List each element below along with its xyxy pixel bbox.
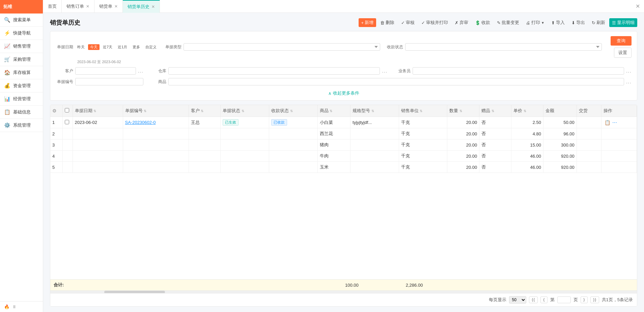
row-doc-num[interactable]: [123, 128, 189, 139]
export-button[interactable]: ⬇ 导出: [569, 18, 588, 27]
last-page-button[interactable]: ⟩⟩: [590, 296, 599, 303]
collect-button[interactable]: 💲 收款: [472, 18, 493, 27]
payment-status-select[interactable]: [405, 43, 602, 51]
row-operations[interactable]: [601, 162, 637, 173]
date-option-more[interactable]: 更多: [131, 44, 142, 50]
th-doc-status[interactable]: 单据状态 ⇅: [221, 105, 269, 117]
th-doc-num[interactable]: 单据编号 ⇅: [123, 105, 189, 117]
customer-dots[interactable]: ...: [138, 68, 143, 74]
query-button[interactable]: 查询: [611, 36, 632, 46]
sidebar-item-inventory-calc[interactable]: 🏠 库存核算: [0, 66, 43, 79]
row-goods: 玉米: [317, 162, 350, 173]
th-amount: 金额: [543, 105, 577, 117]
tab-close-history[interactable]: ✕: [151, 4, 155, 9]
delete-button[interactable]: 🗑 删除: [377, 18, 397, 27]
th-gift[interactable]: 赠品 ⇅: [479, 105, 511, 117]
row-operations[interactable]: [601, 139, 637, 151]
goods-input[interactable]: [168, 78, 624, 85]
customer-input[interactable]: [75, 67, 136, 75]
th-unit-price[interactable]: 单价 ⇅: [511, 105, 543, 117]
row-operations[interactable]: [601, 151, 637, 162]
setting-button[interactable]: 设置: [614, 48, 632, 58]
sidebar-item-search-menu[interactable]: 🔍 搜索菜单: [0, 14, 43, 27]
row-doc-num[interactable]: [123, 151, 189, 162]
gear-icon[interactable]: ⚙: [52, 108, 57, 113]
close-all-tabs[interactable]: ✕: [632, 3, 644, 9]
show-detail-button[interactable]: ☰ 显示明细: [609, 18, 637, 27]
salesperson-input[interactable]: [413, 67, 624, 75]
op-more-button[interactable]: ⋯: [611, 120, 618, 126]
row-checkbox-cell[interactable]: [62, 162, 73, 173]
sidebar-item-sales-mgmt[interactable]: 📈 销售管理: [0, 40, 43, 53]
horizontal-scrollbar-track[interactable]: [50, 290, 637, 293]
warehouse-input[interactable]: [168, 67, 380, 75]
sidebar-item-operations-mgmt[interactable]: 📊 经营管理: [0, 93, 43, 106]
th-sales-unit[interactable]: 销售单位 ⇅: [399, 105, 447, 117]
first-page-button[interactable]: ⟨⟨: [529, 296, 538, 303]
sidebar-item-purchase-mgmt[interactable]: 🛒 采购管理: [0, 53, 43, 66]
sidebar-item-quick-nav[interactable]: ⚡ 快捷导航: [0, 27, 43, 40]
row-num: 4: [50, 151, 62, 162]
date-option-1month[interactable]: 近1月: [116, 44, 129, 50]
row-checkbox-cell[interactable]: [62, 139, 73, 151]
row-operations[interactable]: [601, 128, 637, 139]
print-button[interactable]: 🖨 打印 ▼: [523, 18, 547, 27]
new-button[interactable]: + 新增: [359, 18, 376, 27]
tab-sales-delivery-history[interactable]: 销货单历史 ✕: [123, 0, 160, 13]
tab-close-sales-order[interactable]: ✕: [86, 4, 89, 9]
sidebar-bottom-icon2[interactable]: ⏸: [12, 304, 17, 309]
import-button[interactable]: ⬆ 导入: [549, 18, 567, 27]
th-goods[interactable]: 商品 ⇅: [317, 105, 350, 117]
th-customer[interactable]: 客户 ⇅: [189, 105, 221, 117]
tab-close-sales-delivery[interactable]: ✕: [114, 4, 118, 9]
warehouse-dots[interactable]: ...: [382, 68, 387, 74]
next-page-button[interactable]: ⟩: [581, 296, 588, 303]
review-button[interactable]: ✓ 审核: [398, 18, 417, 27]
row-checkbox[interactable]: [65, 120, 69, 124]
collapse-button[interactable]: ∧ 收起更多条件: [56, 89, 632, 98]
page-size-select[interactable]: 50 100: [509, 296, 526, 304]
date-option-7days[interactable]: 近7天: [101, 44, 114, 50]
prev-page-button[interactable]: ⟨: [540, 296, 548, 303]
review-print-button[interactable]: ✓ 审核并打印: [419, 18, 451, 27]
tab-home[interactable]: 首页: [43, 0, 62, 13]
row-doc-num[interactable]: [123, 139, 189, 151]
salesperson-dots[interactable]: ...: [626, 68, 632, 74]
row-doc-date: [73, 151, 123, 162]
sidebar-bottom-icon1[interactable]: 🔥: [4, 304, 9, 309]
row-doc-num[interactable]: SA-20230602-0: [123, 117, 189, 128]
doc-type-select[interactable]: [184, 43, 380, 51]
per-page-label: 每页显示: [489, 297, 506, 303]
doc-num-link[interactable]: SA-20230602-0: [125, 120, 156, 125]
th-quantity[interactable]: 数量 ⇅: [447, 105, 479, 117]
sidebar-item-finance-mgmt[interactable]: 💰 资金管理: [0, 79, 43, 93]
date-option-custom[interactable]: 自定义: [143, 44, 159, 50]
th-gear[interactable]: ⚙: [50, 105, 62, 117]
refresh-button[interactable]: ↻ 刷新: [589, 18, 608, 27]
row-checkbox-cell[interactable]: [62, 128, 73, 139]
row-doc-num[interactable]: [123, 162, 189, 173]
op-copy-button[interactable]: 📋: [604, 120, 611, 126]
page-number-input[interactable]: 1: [557, 296, 571, 303]
basic-info-icon: 📋: [4, 109, 10, 115]
batch-change-button[interactable]: ✎ 批量变更: [494, 18, 522, 27]
abandon-button[interactable]: ✗ 弃审: [452, 18, 471, 27]
tab-sales-order[interactable]: 销售订单 ✕: [62, 0, 94, 13]
sidebar-item-basic-info[interactable]: 📋 基础信息: [0, 106, 43, 119]
row-checkbox-cell[interactable]: [62, 151, 73, 162]
row-checkbox-cell[interactable]: [62, 117, 73, 128]
doc-num-input[interactable]: [75, 78, 143, 85]
th-unit-price-label: 单价: [513, 108, 522, 113]
row-unit-price: 46.00: [511, 151, 543, 162]
th-payment-status[interactable]: 收款状态 ⇅: [269, 105, 318, 117]
th-doc-date[interactable]: 单据日期 ⇅: [73, 105, 123, 117]
row-operations[interactable]: 📋⋯: [601, 117, 637, 128]
date-option-yesterday[interactable]: 昨天: [75, 44, 87, 50]
sidebar-item-system-mgmt[interactable]: ⚙️ 系统管理: [0, 119, 43, 132]
th-spec[interactable]: 规格型号 ⇅: [351, 105, 399, 117]
btn-label: 删除: [386, 20, 394, 26]
date-option-today[interactable]: 今天: [88, 44, 100, 50]
goods-dots[interactable]: ...: [626, 79, 632, 85]
tab-sales-delivery[interactable]: 销货单 ✕: [94, 0, 123, 13]
select-all-checkbox[interactable]: [65, 108, 69, 112]
